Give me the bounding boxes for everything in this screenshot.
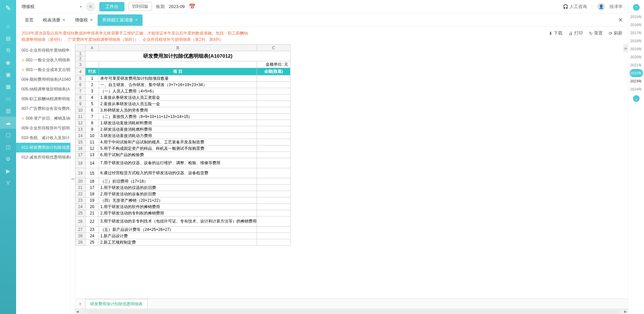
nav-settings-icon[interactable]: ⚙: [0, 153, 16, 165]
tab-1[interactable]: 税表清册✕: [38, 14, 70, 26]
form-item-6[interactable]: 007-广告费和业务宣传费跨...: [16, 104, 70, 114]
item-row-15[interactable]: 8.通过经营租赁方式租入的用于研发活动的仪器、设备租赁费: [99, 168, 257, 178]
nav-inbox-icon[interactable]: ◫: [0, 141, 16, 153]
year-2022年[interactable]: 2022年: [630, 69, 643, 77]
period-value[interactable]: 2023-09: [169, 4, 185, 9]
print-button[interactable]: 🖨打印: [569, 30, 583, 36]
warn-icon: ⊘: [21, 68, 24, 72]
download-button[interactable]: ⬇下载: [549, 30, 562, 36]
item-row-20[interactable]: 1.用于研发活动的软件的摊销费用: [99, 204, 257, 210]
item-row-25[interactable]: 2.新工艺规程制定费: [99, 239, 257, 246]
item-row-6[interactable]: 3.外聘研发人员的劳务费用: [99, 107, 257, 114]
item-row-13[interactable]: 6.用于试制产品的检验费: [99, 152, 257, 158]
item-row-12[interactable]: 5.用于不构成固定资产的样品、样机及一般测试手段购置费: [99, 145, 257, 152]
sheet-title[interactable]: 研发费用加计扣除优惠明细表(A107012): [86, 51, 290, 61]
sheet-menu-button[interactable]: ≡: [75, 302, 85, 306]
item-row-17[interactable]: 1.用于研发活动的仪器的折旧费: [99, 185, 257, 191]
refresh-icon: ⟳: [609, 31, 612, 36]
tab-close-icon[interactable]: ✕: [62, 18, 65, 22]
form-item-8[interactable]: 009-企业所得税弥补亏损明...: [16, 123, 70, 133]
nav-v-icon[interactable]: V: [0, 177, 16, 189]
year-2019年[interactable]: 2019年: [630, 45, 643, 53]
nav-tax-icon[interactable]: ☁: [0, 117, 16, 129]
user-name[interactable]: 徐泽华: [609, 4, 623, 10]
item-row-3[interactable]: （一）人员人工费用（4+5+6）: [99, 88, 257, 95]
calendar-icon[interactable]: 📅: [189, 3, 196, 10]
item-row-5[interactable]: 2.直接从事研发活动人员五险一金: [99, 101, 257, 107]
nav-clipboard-icon[interactable]: ▣: [0, 68, 16, 80]
col-header-C[interactable]: C: [257, 45, 290, 51]
horizontal-scrollbar[interactable]: ◀ ▶: [75, 309, 628, 314]
year-up-button[interactable]: ⌃: [633, 4, 640, 11]
nav-calendar-icon[interactable]: ▥: [0, 105, 16, 117]
item-row-22[interactable]: 3.用于研发活动的非专利技术（包括许可证、专有技术、设计和计算方法等）的摊销费用: [99, 216, 257, 227]
nav-home-icon[interactable]: ⌂: [0, 20, 16, 32]
item-row-21[interactable]: 2.用于研发活动的专利权的摊销费用: [99, 210, 257, 216]
nav-doc-icon[interactable]: ▤: [0, 32, 16, 44]
reset-button[interactable]: ↻重置: [589, 30, 603, 36]
support-link[interactable]: 🎧 人工咨询: [563, 4, 587, 10]
item-row-16[interactable]: （三）折旧费用（17+18）: [99, 178, 257, 185]
form-item-11[interactable]: 012-减免所得税优惠明细表(...: [16, 152, 70, 162]
form-item-5[interactable]: 006-职工薪酬纳税调整明细...: [16, 94, 70, 104]
form-item-2[interactable]: ⊘003-一般企业成本支出明细...: [16, 65, 70, 75]
form-item-1[interactable]: ⊘002-一般企业收入明细表(A...: [16, 55, 70, 65]
close-all-tabs[interactable]: ✕: [617, 15, 624, 24]
item-row-4[interactable]: 1.直接从事研发活动人员工资薪金: [99, 95, 257, 101]
item-row-14[interactable]: 7.用于研发活动的仪器、设备的运行维护、调整、检验、维修等费用: [99, 158, 257, 168]
form-item-4[interactable]: 005-纳税调整项目明细表(A1...: [16, 84, 70, 94]
tax-type-select[interactable]: 增值税 ▾: [21, 4, 82, 10]
year-2021年[interactable]: 2021年: [630, 61, 643, 69]
year-2023年[interactable]: 2023年: [630, 77, 643, 85]
scroll-left-icon[interactable]: ◀: [75, 310, 80, 313]
tab-0[interactable]: 首页: [20, 14, 38, 26]
form-item-3[interactable]: 004-期间费用明细表(A1040...: [16, 75, 70, 84]
form-item-10[interactable]: 011-研发费用加计扣除优惠...: [16, 143, 70, 152]
item-row-9[interactable]: 2.研发活动直接消耗燃料费用: [99, 126, 257, 133]
col-header-B[interactable]: B: [99, 45, 257, 51]
nav-archive-icon[interactable]: ▢: [0, 129, 16, 141]
tab-close-icon[interactable]: ✕: [90, 18, 93, 22]
item-row-8[interactable]: 1.研发活动直接消耗材料费用: [99, 120, 257, 126]
nav-form-icon[interactable]: ▭: [0, 92, 16, 105]
tab-2[interactable]: 增值税✕: [70, 14, 98, 26]
tab-close-icon[interactable]: ✕: [135, 18, 138, 22]
item-row-10[interactable]: 3.研发活动直接消耗动力费用: [99, 133, 257, 139]
year-2020年[interactable]: 2020年: [630, 53, 643, 61]
form-item-7[interactable]: ⊘008-资产折旧、摊销及纳税...: [16, 114, 70, 123]
tab-3[interactable]: 所得税汇算清缴✕: [98, 14, 143, 26]
expand-right-handle[interactable]: ≫: [623, 44, 628, 52]
item-row-1[interactable]: 本年可享受研发费用加计扣除项目数量: [99, 75, 257, 82]
year-2018年[interactable]: 2018年: [630, 37, 643, 45]
item-row-19[interactable]: （四）无形资产摊销（20+21+22）: [99, 197, 257, 204]
item-row-18[interactable]: 2.用于研发活动的设备的折旧费: [99, 191, 257, 197]
form-item-0[interactable]: 001-企业所得税年度纳税申...: [16, 46, 70, 55]
switch-old-button[interactable]: 切到旧版: [128, 2, 152, 11]
item-row-24[interactable]: 1.新产品设计费: [99, 233, 257, 239]
nav-video-icon[interactable]: ▶: [0, 165, 16, 177]
scroll-right-icon[interactable]: ▶: [623, 310, 628, 313]
unit-label[interactable]: 金额单位: 元: [257, 61, 290, 68]
year-2017年[interactable]: 2017年: [630, 29, 643, 37]
collapse-sidebar-handle[interactable]: ≪: [70, 44, 75, 314]
nav-report-icon[interactable]: ▦: [0, 80, 16, 92]
form-item-9[interactable]: 010-免税、减计收入及加计...: [16, 133, 70, 143]
item-row-2[interactable]: 一、自主研发、合作研发、集中研发（3+7+16+19+23+34）: [99, 82, 257, 88]
year-2024年[interactable]: 2024年: [630, 85, 643, 93]
app-logo: ✎: [3, 3, 13, 13]
year-2015年[interactable]: 2015年: [630, 13, 643, 21]
item-row-23[interactable]: （五）新产品设计费等（24+25+26+27）: [99, 227, 257, 233]
nav-money-icon[interactable]: ◉: [0, 56, 16, 68]
spreadsheet[interactable]: ABC1研发费用加计扣除优惠明细表(A107012)23金额单位: 元4行次项 …: [75, 44, 628, 299]
item-row-11[interactable]: 4.用于中间试验和产品试制的模具、工艺装备开发及制造费: [99, 139, 257, 145]
workbench-button[interactable]: 工作台: [99, 2, 124, 11]
nav-chart-icon[interactable]: ⧉: [0, 44, 16, 56]
refresh-button[interactable]: ⟳刷新: [609, 30, 623, 36]
item-row-7[interactable]: （二）直接投入费用（8+9+10+11+12+13+14+15）: [99, 114, 257, 120]
year-down-button[interactable]: ⌄: [633, 95, 640, 102]
year-2016年[interactable]: 2016年: [630, 21, 643, 29]
doc-button[interactable]: ≡: [86, 2, 95, 11]
col-header-A[interactable]: A: [86, 45, 99, 51]
sheet-tab[interactable]: 研发费用加计扣除优惠明细表: [85, 299, 148, 309]
user-avatar[interactable]: 👤: [597, 3, 605, 10]
